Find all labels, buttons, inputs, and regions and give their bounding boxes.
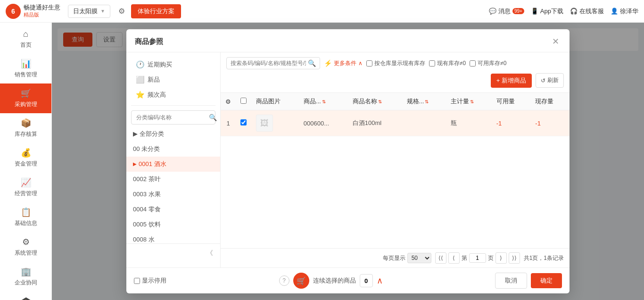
row-stock: -1: [530, 110, 570, 136]
store-selector[interactable]: 日太阳膜 ▼: [68, 5, 110, 18]
sidebar-item-inventory[interactable]: 📦 库存核算: [0, 113, 51, 143]
product-thumbnail: 🖼: [256, 115, 273, 132]
th-code[interactable]: 商品...⇅: [299, 93, 348, 110]
total-info: 共1页，1条记录: [524, 254, 564, 262]
row-select-checkbox[interactable]: [240, 119, 247, 125]
pagination: 每页显示 10 20 50 100 ⟨⟨ ⟨: [221, 248, 570, 267]
next-page-btn[interactable]: ⟩: [495, 252, 507, 264]
show-disabled-checkbox[interactable]: [134, 278, 140, 284]
category-item-0003[interactable]: 0003 水果: [126, 187, 220, 202]
page-number-input[interactable]: [469, 253, 486, 263]
row-name: 白酒100ml: [348, 110, 402, 136]
help-icon[interactable]: ?: [279, 275, 289, 286]
row-code: 000600...: [299, 110, 348, 136]
first-page-btn[interactable]: ⟨⟨: [435, 252, 446, 264]
last-page-btn[interactable]: ⟩⟩: [509, 252, 520, 264]
username-label: 徐泽华: [620, 7, 638, 16]
filter-btn[interactable]: ⚡ 更多条件 ∧: [324, 59, 363, 67]
per-page-dropdown[interactable]: 10 20 50 100: [407, 253, 431, 263]
settings-icon-btn[interactable]: ⚙: [114, 4, 129, 19]
select-all-checkbox[interactable]: [240, 98, 247, 104]
checkbox-available-stock-input[interactable]: [470, 60, 476, 67]
category-item-0001[interactable]: ▶ 0001 酒水: [126, 157, 220, 172]
tab-new-product[interactable]: ⬜ 新品: [131, 72, 215, 87]
modal-overlay: 商品参照 ✕ 🕐 近期购买 ⬜ 新: [52, 23, 644, 300]
category-item-0005[interactable]: 0005 饮料: [126, 217, 220, 232]
app-download-item[interactable]: 📱 App下载: [531, 7, 563, 16]
experience-btn[interactable]: 体验行业方案: [131, 4, 181, 18]
checkbox-existing-stock-input[interactable]: [429, 60, 435, 67]
assets-icon: 💰: [21, 148, 31, 158]
inventory-icon: 📦: [21, 118, 31, 128]
th-spec[interactable]: 规格...⇅: [402, 93, 446, 110]
product-search-icon[interactable]: 🔍: [308, 59, 316, 67]
sidebar-label-inventory: 库存核算: [15, 130, 37, 138]
refresh-label: 刷新: [547, 76, 559, 84]
modal-footer: 显示停用 ? 🛒 连续选择的商品 0 ∧ 取消 确定: [126, 267, 570, 293]
sidebar-label-basic: 基础信息: [15, 219, 37, 227]
category-item-uncategorized[interactable]: 00 未分类: [126, 142, 220, 157]
sidebar-item-sales[interactable]: 📊 销售管理: [0, 54, 51, 83]
checkbox-available-stock-label: 可用库存≠0: [478, 59, 506, 67]
sidebar-item-purchase[interactable]: 🛒 采购管理: [0, 83, 51, 113]
checkbox-by-warehouse-input[interactable]: [366, 60, 372, 67]
collapse-left-panel-btn[interactable]: 《: [204, 248, 215, 259]
sidebar-item-basic[interactable]: 📋 基础信息: [0, 202, 51, 232]
table-row[interactable]: 1 🖼: [221, 110, 570, 136]
checkbox-existing-stock[interactable]: 现有库存≠0: [429, 59, 466, 67]
sidebar-item-enterprise[interactable]: 🏢 企业协同: [0, 262, 51, 292]
continuous-select-label: 连续选择的商品: [313, 276, 356, 285]
cart-icon-btn[interactable]: 🛒: [293, 273, 309, 289]
page-di-label: 第: [462, 254, 467, 262]
prev-page-btn[interactable]: ⟨: [448, 252, 460, 264]
th-settings[interactable]: ⚙: [221, 93, 236, 110]
online-service-item[interactable]: 🎧 在线客服: [570, 7, 604, 16]
category-search-box: 🔍: [131, 110, 215, 125]
row-spec: [402, 110, 446, 136]
guide-icon: 🎓: [21, 296, 31, 300]
user-profile[interactable]: 👤 徐泽华: [611, 7, 638, 16]
category-search-icon[interactable]: 🔍: [209, 114, 217, 121]
th-name[interactable]: 商品名称⇅: [348, 93, 402, 110]
category-search-input[interactable]: [136, 114, 207, 121]
th-available: 可用量: [492, 93, 531, 110]
modal-body: 🕐 近期购买 ⬜ 新品 ⭐ 频次高: [126, 52, 570, 267]
category-item-0004[interactable]: 0004 零食: [126, 202, 220, 217]
th-unit[interactable]: 主计量⇅: [446, 93, 492, 110]
enterprise-icon: 🏢: [21, 267, 31, 277]
table-body: 1 🖼: [221, 110, 570, 136]
confirm-button[interactable]: 确定: [531, 273, 562, 288]
purchase-icon: 🛒: [21, 88, 31, 99]
sidebar: ⌂ 首页 📊 销售管理 🛒 采购管理 📦 库存核算 💰 资金管理 📈 经营管理 …: [0, 23, 52, 300]
category-item-0002[interactable]: 0002 茶叶: [126, 172, 220, 187]
row-unit: 瓶: [446, 110, 492, 136]
filter-label: 更多条件: [334, 59, 356, 67]
sidebar-label-sales: 销售管理: [15, 71, 37, 79]
modal-close-button[interactable]: ✕: [550, 36, 561, 47]
category-label-0005: 0005 饮料: [133, 220, 161, 229]
checkbox-available-stock[interactable]: 可用库存≠0: [470, 59, 506, 67]
row-checkbox[interactable]: [236, 110, 251, 136]
logo-icon: 6: [6, 4, 21, 19]
sidebar-item-business[interactable]: 📈 经营管理: [0, 173, 51, 202]
sidebar-item-guide[interactable]: 🎓 新手引导: [0, 292, 51, 300]
system-icon: ⚙: [22, 237, 30, 247]
messages-item[interactable]: 💬 消息 99+: [489, 7, 524, 16]
refresh-btn[interactable]: ↺ 刷新: [536, 73, 564, 88]
collapse-cart-icon[interactable]: ∧: [377, 275, 383, 286]
category-item-all[interactable]: ▶ 全部分类: [126, 126, 220, 142]
sidebar-item-system[interactable]: ⚙ 系统管理: [0, 232, 51, 262]
sidebar-item-assets[interactable]: 💰 资金管理: [0, 143, 51, 173]
tab-recent-purchase[interactable]: 🕐 近期购买: [131, 57, 215, 72]
main-layout: ⌂ 首页 📊 销售管理 🛒 采购管理 📦 库存核算 💰 资金管理 📈 经营管理 …: [0, 23, 644, 300]
add-product-btn[interactable]: + 新增商品: [491, 74, 532, 88]
show-disabled-label[interactable]: 显示停用: [134, 276, 166, 285]
phone-icon: 📱: [531, 8, 538, 15]
per-page-label: 每页显示: [383, 254, 405, 262]
checkbox-by-warehouse[interactable]: 按仓库显示现有库存: [366, 59, 425, 67]
product-search-input[interactable]: [231, 60, 306, 67]
tab-frequent[interactable]: ⭐ 频次高: [131, 87, 215, 102]
category-item-0008[interactable]: 0008 水: [126, 232, 220, 243]
sidebar-item-home[interactable]: ⌂ 首页: [0, 25, 51, 54]
cancel-button[interactable]: 取消: [495, 273, 527, 289]
